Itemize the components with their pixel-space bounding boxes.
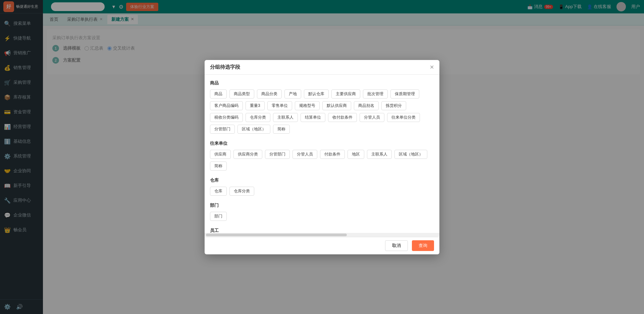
field-chips: 仓库仓库分类: [210, 187, 434, 196]
field-chip-简称[interactable]: 简称: [210, 162, 227, 171]
field-chip-付款条件[interactable]: 付款条件: [320, 150, 345, 159]
field-chip-仓库[interactable]: 仓库: [210, 187, 227, 196]
confirm-button[interactable]: 查询: [412, 240, 434, 251]
field-chip-供应商分类[interactable]: 供应商分类: [233, 150, 262, 159]
field-chip-区域（地区）[interactable]: 区域（地区）: [237, 125, 270, 134]
field-chip-部门[interactable]: 部门: [210, 212, 227, 221]
modal-hscroll[interactable]: [205, 233, 439, 237]
field-chip-客户商品编码[interactable]: 客户商品编码: [210, 101, 243, 110]
field-chip-商品类型[interactable]: 商品类型: [229, 89, 254, 99]
field-chip-简称[interactable]: 简称: [273, 125, 290, 134]
field-chip-仓库分类[interactable]: 仓库分类: [229, 187, 254, 196]
field-select-modal: 分组待选字段 ✕ 商品商品商品类型商品分类产地默认仓库主要供应商批次管理保质期管…: [205, 60, 439, 254]
field-chip-拣货积分[interactable]: 拣货积分: [381, 101, 406, 110]
section-title: 员工: [210, 228, 434, 233]
modal-close-icon[interactable]: ✕: [430, 64, 434, 70]
field-chip-保质期管理[interactable]: 保质期管理: [390, 89, 419, 99]
field-chip-批次管理[interactable]: 批次管理: [363, 89, 388, 99]
hscroll-thumb: [206, 234, 347, 236]
section-title: 商品: [210, 80, 434, 86]
field-chip-分管人员[interactable]: 分管人员: [360, 113, 384, 122]
field-chip-区域（地区）[interactable]: 区域（地区）: [394, 150, 427, 159]
field-section-商品: 商品商品商品类型商品分类产地默认仓库主要供应商批次管理保质期管理客户商品编码重量…: [210, 80, 434, 134]
field-chip-默认供应商[interactable]: 默认供应商: [322, 101, 351, 110]
field-chip-产地[interactable]: 产地: [284, 89, 301, 99]
field-chip-规格型号[interactable]: 规格型号: [295, 101, 320, 110]
field-chip-收付款条件[interactable]: 收付款条件: [328, 113, 357, 122]
modal-header: 分组待选字段 ✕: [205, 60, 439, 75]
field-chip-地区[interactable]: 地区: [347, 150, 364, 159]
field-chip-主联系人[interactable]: 主联系人: [273, 113, 298, 122]
field-chip-默认仓库[interactable]: 默认仓库: [304, 89, 329, 99]
field-section-部门: 部门部门: [210, 202, 434, 221]
field-chips: 部门: [210, 212, 434, 221]
field-chip-供应商[interactable]: 供应商: [210, 150, 231, 159]
section-title: 仓库: [210, 177, 434, 183]
field-chip-商品[interactable]: 商品: [210, 89, 227, 99]
field-chip-零售单位[interactable]: 零售单位: [267, 101, 292, 110]
field-section-仓库: 仓库仓库仓库分类: [210, 177, 434, 196]
field-chip-商品别名[interactable]: 商品别名: [354, 101, 379, 110]
section-title: 部门: [210, 202, 434, 208]
field-chips: 供应商供应商分类分管部门分管人员付款条件地区主联系人区域（地区）简称: [210, 150, 434, 171]
field-chip-分管部门[interactable]: 分管部门: [210, 125, 235, 134]
field-chip-主要供应商[interactable]: 主要供应商: [331, 89, 360, 99]
field-chip-分管人员[interactable]: 分管人员: [292, 150, 317, 159]
modal-body[interactable]: 商品商品商品类型商品分类产地默认仓库主要供应商批次管理保质期管理客户商品编码重量…: [205, 75, 439, 233]
field-chip-主联系人[interactable]: 主联系人: [367, 150, 392, 159]
field-chip-税收分类编码[interactable]: 税收分类编码: [210, 113, 243, 122]
field-chip-商品分类[interactable]: 商品分类: [257, 89, 282, 99]
field-chip-结算单位[interactable]: 结算单位: [301, 113, 325, 122]
field-chip-仓库分类[interactable]: 仓库分类: [246, 113, 270, 122]
field-chips: 商品商品类型商品分类产地默认仓库主要供应商批次管理保质期管理客户商品编码重量3零…: [210, 89, 434, 134]
field-chip-往来单位分类[interactable]: 往来单位分类: [387, 113, 420, 122]
cancel-button[interactable]: 取消: [385, 240, 408, 251]
section-title: 往来单位: [210, 140, 434, 146]
field-section-员工: 员工业务员: [210, 228, 434, 233]
modal-footer: 取消 查询: [205, 237, 439, 254]
field-chip-分管部门[interactable]: 分管部门: [265, 150, 290, 159]
modal-title: 分组待选字段: [210, 64, 430, 70]
field-section-往来单位: 往来单位供应商供应商分类分管部门分管人员付款条件地区主联系人区域（地区）简称: [210, 140, 434, 171]
field-chip-重量3[interactable]: 重量3: [246, 101, 265, 110]
